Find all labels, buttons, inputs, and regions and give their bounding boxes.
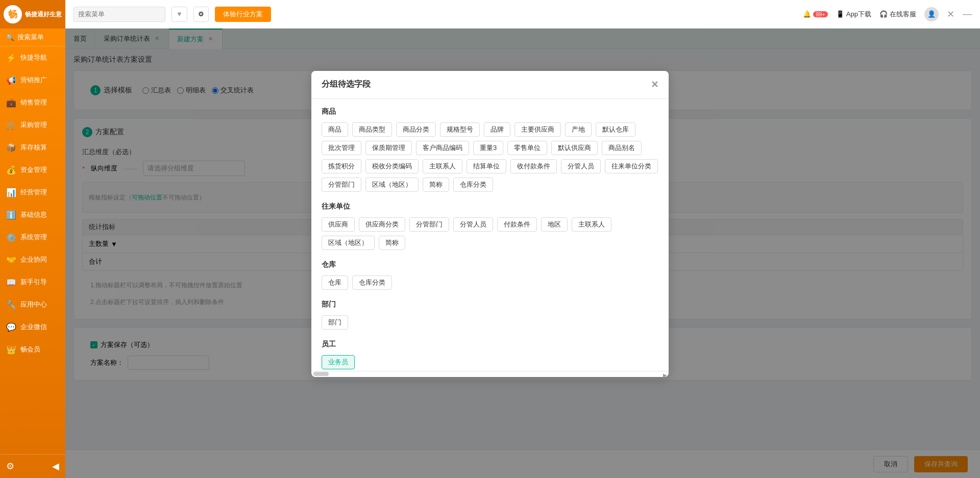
field-weight3[interactable]: 重量3 xyxy=(473,141,503,155)
section-product: 商品 商品 商品类型 商品分类 规格型号 品牌 主要供应商 产地 默认仓库 批次… xyxy=(322,107,658,192)
section-product-fields: 商品 商品类型 商品分类 规格型号 品牌 主要供应商 产地 默认仓库 批次管理 … xyxy=(322,122,658,192)
field-dept[interactable]: 分管部门 xyxy=(322,178,361,192)
sidebar-item-label: 采购管理 xyxy=(20,120,47,130)
field-product-alias[interactable]: 商品别名 xyxy=(602,141,642,155)
sidebar-item-label: 应用中心 xyxy=(20,300,47,309)
quick-nav-icon: ⚡ xyxy=(6,53,16,63)
field-region[interactable]: 区域（地区） xyxy=(365,178,419,192)
member-icon: 👑 xyxy=(6,344,16,355)
topbar-search-box[interactable] xyxy=(74,7,165,22)
sidebar-item-label: 基础信息 xyxy=(20,210,47,219)
sidebar-item-app-center[interactable]: 🔧 应用中心 xyxy=(0,293,65,316)
field-partner-region[interactable]: 区域（地区） xyxy=(322,236,375,250)
gear-icon: ⚙ xyxy=(198,10,204,18)
sidebar-item-marketing[interactable]: 📢 营销推广 xyxy=(0,69,65,91)
sales-icon: 💼 xyxy=(6,97,16,108)
sidebar-item-guide[interactable]: 📖 新手引导 xyxy=(0,271,65,293)
hscroll-right-arrow[interactable]: ▶ xyxy=(662,371,669,379)
field-expiry-mgmt[interactable]: 保质期管理 xyxy=(365,141,412,155)
experience-btn[interactable]: 体验行业方案 xyxy=(215,7,271,22)
field-product-type[interactable]: 商品类型 xyxy=(352,122,392,137)
modal-header: 分组待选字段 ✕ xyxy=(311,71,669,99)
online-service-item[interactable]: 🎧 在线客服 xyxy=(879,10,916,19)
section-employee: 员工 业务员 xyxy=(322,340,658,369)
field-salesman[interactable]: 业务员 xyxy=(322,355,355,369)
field-main-supplier[interactable]: 主要供应商 xyxy=(514,122,561,137)
field-settlement-unit[interactable]: 结算单位 xyxy=(467,159,506,173)
field-partner-dept[interactable]: 分管部门 xyxy=(409,217,449,232)
field-product-category[interactable]: 商品分类 xyxy=(396,122,436,137)
topbar-dropdown[interactable]: ▼ xyxy=(172,7,187,22)
sidebar-item-label: 库存核算 xyxy=(20,143,47,152)
modal-close-btn[interactable]: ✕ xyxy=(651,79,658,90)
field-spec-model[interactable]: 规格型号 xyxy=(440,122,480,137)
field-default-supplier[interactable]: 默认供应商 xyxy=(551,141,598,155)
field-supervisor[interactable]: 分管人员 xyxy=(561,159,601,173)
section-warehouse-fields: 仓库 仓库分类 xyxy=(322,275,658,290)
sidebar-item-inventory[interactable]: 📦 库存核算 xyxy=(0,136,65,159)
field-customer-product-code[interactable]: 客户商品编码 xyxy=(416,141,469,155)
sidebar-item-collaboration[interactable]: 🤝 企业协同 xyxy=(0,248,65,271)
section-warehouse-title: 仓库 xyxy=(322,260,658,269)
app-download-icon: 📱 xyxy=(836,10,844,18)
sidebar-item-sales[interactable]: 💼 销售管理 xyxy=(0,91,65,114)
field-default-warehouse[interactable]: 默认仓库 xyxy=(596,122,635,137)
field-short-name[interactable]: 简称 xyxy=(423,178,449,192)
guide-icon: 📖 xyxy=(6,277,16,287)
field-partner-supervisor[interactable]: 分管人员 xyxy=(453,217,493,232)
field-supplier[interactable]: 供应商 xyxy=(322,217,355,232)
logo-text: 畅捷通好生意 xyxy=(25,10,62,19)
field-origin[interactable]: 产地 xyxy=(565,122,592,137)
app-center-icon: 🔧 xyxy=(6,299,16,310)
sidebar-item-label: 系统管理 xyxy=(20,233,47,242)
field-main-contact[interactable]: 主联系人 xyxy=(423,159,462,173)
headset-icon: 🎧 xyxy=(879,10,888,18)
modal-hscroll[interactable]: ▶ xyxy=(311,371,669,376)
audio-icon[interactable]: ◀ xyxy=(52,461,59,472)
section-dept-fields: 部门 xyxy=(322,315,658,330)
section-department: 部门 部门 xyxy=(322,300,658,330)
settings-bottom-icon[interactable]: ⚙ xyxy=(6,461,14,472)
field-partner-short-name[interactable]: 简称 xyxy=(379,236,405,250)
field-warehouse-cat[interactable]: 仓库分类 xyxy=(352,275,392,290)
modal-body[interactable]: 商品 商品 商品类型 商品分类 规格型号 品牌 主要供应商 产地 默认仓库 批次… xyxy=(311,99,669,371)
field-partner-contact[interactable]: 主联系人 xyxy=(572,217,611,232)
topbar-gear-btn[interactable]: ⚙ xyxy=(193,7,209,22)
user-avatar[interactable]: 👤 xyxy=(924,7,939,21)
field-supplier-category[interactable]: 供应商分类 xyxy=(359,217,405,232)
field-department[interactable]: 部门 xyxy=(322,315,348,330)
notification-item[interactable]: 🔔 99+ xyxy=(803,10,828,18)
field-payment-terms[interactable]: 收付款条件 xyxy=(510,159,557,173)
field-warehouse-category[interactable]: 仓库分类 xyxy=(453,178,493,192)
sidebar-item-operations[interactable]: 📊 经营管理 xyxy=(0,181,65,204)
sidebar-search[interactable]: 🔍 搜索菜单 xyxy=(0,29,65,46)
field-partner-category[interactable]: 往来单位分类 xyxy=(605,159,658,173)
notification-icon: 🔔 xyxy=(803,10,811,18)
sidebar-item-finance[interactable]: 💰 资金管理 xyxy=(0,159,65,181)
field-tax-code[interactable]: 税收分类编码 xyxy=(365,159,419,173)
field-area[interactable]: 地区 xyxy=(541,217,568,232)
minimize-icon[interactable]: — xyxy=(963,9,972,19)
field-picking-points[interactable]: 拣货积分 xyxy=(322,159,361,173)
app-download-item[interactable]: 📱 App下载 xyxy=(836,10,871,19)
field-batch-mgmt[interactable]: 批次管理 xyxy=(322,141,361,155)
sidebar-item-basic-info[interactable]: ℹ️ 基础信息 xyxy=(0,204,65,226)
operations-icon: 📊 xyxy=(6,187,16,197)
search-icon: 🔍 xyxy=(6,34,14,41)
field-brand[interactable]: 品牌 xyxy=(484,122,510,137)
sidebar-item-system[interactable]: ⚙️ 系统管理 xyxy=(0,226,65,248)
sidebar-item-purchase[interactable]: 🛒 采购管理 xyxy=(0,114,65,136)
field-product[interactable]: 商品 xyxy=(322,122,348,137)
sidebar-item-label: 快捷导航 xyxy=(20,53,47,62)
topbar-search-input[interactable] xyxy=(78,10,161,18)
sidebar-item-label: 营销推广 xyxy=(20,76,47,85)
sidebar-item-wechat[interactable]: 💬 企业微信 xyxy=(0,316,65,338)
sidebar-item-member[interactable]: 👑 畅会员 xyxy=(0,338,65,361)
sidebar-item-quick-nav[interactable]: ⚡ 快捷导航 xyxy=(0,46,65,69)
field-warehouse[interactable]: 仓库 xyxy=(322,275,348,290)
field-payment-condition[interactable]: 付款条件 xyxy=(497,217,537,232)
basic-info-icon: ℹ️ xyxy=(6,210,16,220)
close-window-icon[interactable]: ✕ xyxy=(947,9,954,20)
field-retail-unit[interactable]: 零售单位 xyxy=(507,141,547,155)
sidebar-item-label: 新手引导 xyxy=(20,278,47,287)
